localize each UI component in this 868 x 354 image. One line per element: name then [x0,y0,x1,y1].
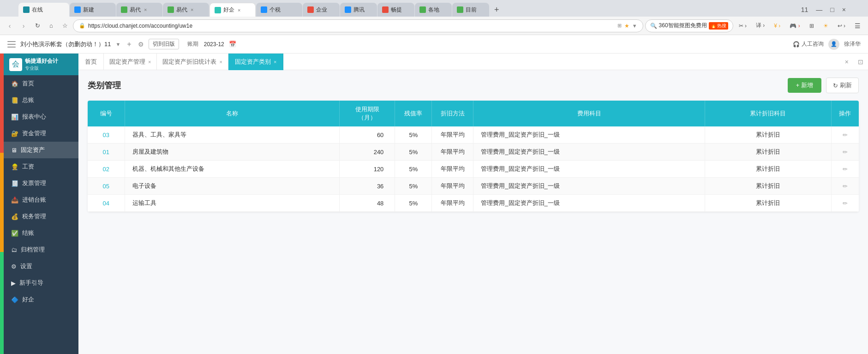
browser-tab-9[interactable]: 畅提 [377,3,414,17]
cell-name: 房屋及建筑物 [125,144,340,161]
close-period-icon: ✅ [11,230,18,237]
window-maximize[interactable]: □ [826,3,838,17]
sidebar-item-reports[interactable]: 📊 报表中心 [4,108,78,125]
browser-tab-active[interactable]: 在线 [18,3,69,17]
browser-tab-4[interactable]: 易代 × [163,3,209,17]
tab-close-5[interactable]: × [238,7,240,13]
sidebar-item-archive[interactable]: 🗂 归档管理 [4,241,78,258]
sidebar-item-fixed-assets[interactable]: 🖥 固定资产 [4,142,78,158]
add-account-btn[interactable]: + [125,40,133,48]
tab-close-fa-mgmt[interactable]: × [148,59,151,65]
cell-name: 器具、工具、家具等 [125,126,340,144]
bookmark-star-icon[interactable]: ★ [624,23,629,29]
sidebar-item-more[interactable]: 🔷 好企 [4,291,78,308]
table-row: 05 电子设备 36 5% 年限平均 管理费用_固定资产折旧_一级 累计折旧 ✏ [88,178,859,195]
grid-btn[interactable]: ⊞ [806,23,818,29]
brightness-btn[interactable]: ☀ [820,23,832,29]
sidebar-toggle[interactable] [7,40,16,48]
browser-tab-6[interactable]: 个税 [256,3,302,17]
menu-btn[interactable]: ☰ [851,22,864,30]
invoice-icon: 🧾 [11,180,18,187]
cell-method: 年限平均 [432,195,473,212]
fund-icon: 🔐 [11,130,18,137]
cell-action[interactable]: ✏ [831,161,859,178]
cut-icon-btn[interactable]: ✂ › [735,23,750,29]
cell-residual: 5% [395,178,432,195]
sidebar-item-guide[interactable]: ▶ 新手引导 [4,275,78,291]
undo-btn[interactable]: ↩ › [834,23,849,29]
cell-method: 年限平均 [432,126,473,144]
browser-tab-7[interactable]: 企业 [303,3,340,17]
table-row: 02 机器、机械和其他生产设备 120 5% 年限平均 管理费用_固定资产折旧_… [88,161,859,178]
switch-old-version[interactable]: 切到旧版 [149,39,179,49]
refresh-btn[interactable]: ↻ 刷新 [826,78,859,93]
nav-back[interactable]: ‹ [4,20,16,32]
tab-new-button[interactable]: + [490,3,504,17]
sidebar-item-fund[interactable]: 🔐 资金管理 [4,125,78,142]
tab-close-4[interactable]: × [191,7,193,12]
window-minimize[interactable]: 11 [797,3,812,17]
nav-bookmark[interactable]: ☆ [59,20,71,32]
panel-expand-btn[interactable]: ⊡ [853,58,868,66]
cell-expense: 管理费用_固定资产折旧_一级 [473,161,705,178]
address-dropdown-icon[interactable]: ▼ [632,23,637,29]
cell-period: 48 [340,195,395,212]
sidebar-item-tax[interactable]: 💰 税务管理 [4,208,78,225]
cell-action[interactable]: ✏ [831,126,859,144]
nav-forward[interactable]: › [18,20,30,32]
browser-tab-11[interactable]: 目前 [452,3,489,17]
tab-fa-depreciation[interactable]: 固定资产折旧统计表 × [157,54,228,70]
user-avatar[interactable]: 👤 [828,39,839,50]
cell-period: 60 [340,126,395,144]
window-restore[interactable]: — [812,3,826,17]
browser-tab-2[interactable]: 新建 [70,3,116,17]
cell-name: 运输工具 [125,195,340,212]
sidebar-item-purchase[interactable]: 📥 进销台账 [4,192,78,208]
sidebar-item-settings[interactable]: ⚙ 设置 [4,258,78,275]
browser-tab-3[interactable]: 易代 × [116,3,162,17]
fixed-assets-icon: 🖥 [11,147,17,154]
page-actions: + 新增 ↻ 刷新 [788,78,859,93]
coin-btn[interactable]: ¥ › [770,23,784,29]
sidebar-item-payroll[interactable]: 👷 工资 [4,158,78,175]
user-dropdown-icon[interactable]: ▼ [115,42,120,47]
nav-home[interactable]: ⌂ [45,20,57,32]
tab-close-3[interactable]: × [144,7,147,12]
tab-close-fa-depreciation[interactable]: × [219,59,222,65]
address-bar[interactable]: 🔒 https://cloud.chanjet.com/accounting/u… [73,19,643,32]
browser-tab-8[interactable]: 腾讯 [340,3,377,17]
translate-btn[interactable]: 译 › [752,22,768,30]
tab-fa-category-active[interactable]: 固定资产类别 × [228,54,283,70]
tab-home[interactable]: 首页 [78,54,104,70]
cell-action[interactable]: ✏ [831,195,859,212]
cell-action[interactable]: ✏ [831,144,859,161]
add-btn[interactable]: + 新增 [788,78,821,93]
sidebar-item-close-period[interactable]: ✅ 结账 [4,225,78,241]
sidebar-item-invoice[interactable]: 🧾 发票管理 [4,175,78,192]
col-name: 名称 [125,101,340,126]
logo-subtitle: 专业版 [25,65,58,72]
page-header: 类别管理 + 新增 ↻ 刷新 [88,78,859,93]
browser-tab-5-active[interactable]: 好企 × [210,3,256,17]
window-close[interactable]: × [838,3,850,17]
panel-close-btn[interactable]: × [840,58,853,66]
calendar-icon[interactable]: 📅 [229,41,236,48]
browser-chrome: 在线 新建 易代 × 易代 × 好企 × 个税 企业 [0,0,868,354]
archive-icon: 🗂 [11,246,17,253]
tab-label: 在线 [32,6,43,14]
settings-gear-icon[interactable]: ⚙ [138,41,144,48]
site-info-icon[interactable]: ⊞ [617,23,622,29]
cell-period: 120 [340,161,395,178]
cell-residual: 5% [395,161,432,178]
headset-icon: 🎧 [793,41,800,48]
cell-action[interactable]: ✏ [831,178,859,195]
browser-tab-10[interactable]: 各地 [415,3,452,17]
tab-close-fa-category[interactable]: × [274,59,276,65]
game-btn[interactable]: 🎮 › [786,23,803,29]
help-btn[interactable]: 🎧 人工咨询 [793,40,824,48]
sidebar-item-home[interactable]: 🏠 首页 [4,75,78,92]
tab-fa-mgmt[interactable]: 固定资产管理 × [104,54,157,70]
sidebar-item-ledger[interactable]: 📒 总账 [4,92,78,108]
nav-refresh[interactable]: ↻ [31,20,43,32]
col-action: 操作 [831,101,859,126]
